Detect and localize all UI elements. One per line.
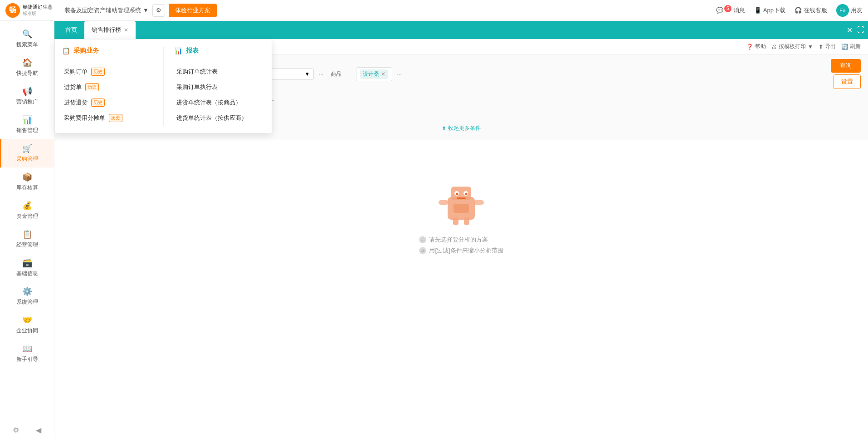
system-title-text: 装备及固定资产辅助管理系统 [64,6,141,15]
voucher-status-more-btn[interactable]: ··· [317,71,325,78]
avatar: Ea [836,4,849,17]
sidebar-item-marketing[interactable]: 📢 营销推广 [0,82,54,110]
dropdown-item-stock-stats-by-goods[interactable]: 进货单统计表（按商品） [175,95,265,110]
print-btn[interactable]: 🖨 按模板打印 ▼ [771,43,813,50]
dropdown-item-order-stats[interactable]: 采购订单统计表 [175,64,265,79]
logo-icon: 畅 [5,3,20,18]
username-label: 用友 [851,6,863,15]
marketing-icon: 📢 [22,86,32,96]
refresh-btn[interactable]: 🔄 刷新 [841,43,861,50]
setting-button[interactable]: 设置 [834,74,861,89]
help-label: 帮助 [755,43,766,50]
stock-in-history-badge: 历史 [85,83,99,91]
sidebar-item-label: 基础信息 [16,270,38,277]
dropdown-item-stock-stats-by-supplier[interactable]: 进货单统计表（按供应商） [175,110,265,126]
phone-icon: 📱 [754,7,761,14]
sidebar-item-finance[interactable]: 💰 资金管理 [0,196,54,225]
purchase-dropdown-menu: 📋 采购业务 采购订单 历史 进货单 历史 进货退货 历史 采购费用分摊单 历史… [54,39,272,133]
app-download-label: App下载 [763,6,785,15]
svg-rect-7 [453,217,458,225]
sidebar-item-operations[interactable]: 📋 经营管理 [0,225,54,253]
inventory-icon: 📦 [22,172,32,182]
purchase-order-label: 采购订单 [64,68,88,76]
home-icon: 🏠 [22,58,32,68]
sidebar-item-enterprise[interactable]: 🤝 企业协同 [0,311,54,339]
stock-stats-by-goods-label: 进货单统计表（按商品） [176,99,241,107]
dropdown-item-purchase-expense[interactable]: 采购费用分摊单 历史 [62,110,152,126]
sidebar-item-inventory[interactable]: 📦 库存核算 [0,168,54,196]
dropdown-item-order-exec[interactable]: 采购订单执行表 [175,79,265,95]
sidebar-item-system[interactable]: ⚙️ 系统管理 [0,282,54,311]
online-service-label: 在线客服 [804,6,827,15]
industry-btn[interactable]: 体验行业方案 [169,4,217,17]
print-icon: 🖨 [771,44,777,50]
sidebar-item-purchase[interactable]: 🛒 采购管理 [0,139,54,168]
purchase-business-icon: 📋 [62,47,70,54]
stock-in-label: 进货单 [64,83,82,91]
sidebar-collapse-btn[interactable]: ◀ [36,426,41,434]
sales-icon: 📊 [22,115,32,125]
goods-more-btn[interactable]: ··· [395,71,404,78]
dropdown-col2-title-text: 报表 [186,47,199,55]
dropdown-col-reports: 📊 报表 采购订单统计表 采购订单执行表 进货单统计表（按商品） 进货单统计表（… [175,47,265,126]
sidebar-item-label: 采购管理 [16,155,38,163]
empty-tips: ① 请先选择要分析的方案 ② 用[过滤]条件来缩小分析范围 [419,236,503,255]
empty-area: ① 请先选择要分析的方案 ② 用[过滤]条件来缩小分析范围 [54,140,868,291]
dropdown-divider [163,47,164,126]
purchase-expense-label: 采购费用分摊单 [64,114,105,122]
goods-tag-remove-btn[interactable]: ✕ [381,71,385,77]
user-avatar-btn[interactable]: Ea 用友 [836,4,863,17]
sidebar-item-basic-info[interactable]: 🗃️ 基础信息 [0,253,54,282]
sidebar-item-label: 销售管理 [16,127,38,134]
empty-svg [434,177,488,231]
sidebar-item-label: 企业协同 [16,327,38,335]
sidebar-item-search[interactable]: 🔍 搜索菜单 [0,25,54,53]
sidebar-item-guide[interactable]: 📖 新手引导 [0,339,54,368]
online-service-btn[interactable]: 🎧 在线客服 [795,6,827,15]
message-btn[interactable]: 💬 5 消息 [716,6,745,15]
print-label: 按模板打印 [779,43,806,50]
message-label: 消息 [733,6,745,15]
basic-info-icon: 🗃️ [22,258,32,268]
system-title-dropdown[interactable]: 装备及固定资产辅助管理系统 ▼ [64,6,149,15]
settings-button[interactable]: ⚙ [152,4,165,17]
tab-home[interactable]: 首页 [58,21,84,39]
sidebar-item-label: 快捷导航 [16,69,38,77]
tab-home-label: 首页 [65,26,77,34]
operations-icon: 📋 [22,229,32,239]
empty-illustration [434,177,488,231]
empty-tip-1: ① 请先选择要分析的方案 [419,236,503,244]
dropdown-col-purchase-business: 📋 采购业务 采购订单 历史 进货单 历史 进货退货 历史 采购费用分摊单 历史 [62,47,152,126]
tab-sales-rank[interactable]: 销售排行榜 ✕ [84,21,136,39]
sidebar-item-quick-nav[interactable]: 🏠 快捷导航 [0,53,54,82]
tab-close-icon[interactable]: ✕ [124,27,128,33]
dropdown-col2-title: 📊 报表 [175,47,265,59]
tab-close-window-btn[interactable]: ✕ [847,26,853,35]
app-download-btn[interactable]: 📱 App下载 [754,6,785,15]
purchase-expense-history-badge: 历史 [109,114,122,122]
export-btn[interactable]: ⬆ 导出 [819,43,836,50]
dropdown-item-stock-in[interactable]: 进货单 历史 [62,79,152,95]
header-right: 💬 5 消息 📱 App下载 🎧 在线客服 Ea 用友 [716,4,863,17]
dropdown-item-purchase-order[interactable]: 采购订单 历史 [62,64,152,79]
query-button[interactable]: 查询 [831,59,861,73]
help-icon: ❓ [746,44,753,50]
svg-point-4 [456,193,458,195]
help-btn[interactable]: ❓ 帮助 [746,43,766,50]
top-header: 畅 畅捷通好生意 标准版 装备及固定资产辅助管理系统 ▼ ⚙ 体验行业方案 💬 … [0,0,868,21]
dropdown-item-stock-return[interactable]: 进货退货 历史 [62,95,152,110]
svg-rect-6 [457,197,466,199]
svg-rect-11 [454,204,469,213]
system-icon: ⚙️ [22,286,32,296]
enterprise-icon: 🤝 [22,315,32,325]
sidebar-settings-btn[interactable]: ⚙ [13,426,19,434]
svg-point-5 [465,193,468,195]
refresh-icon: 🔄 [841,44,848,50]
order-exec-label: 采购订单执行表 [176,83,218,91]
sidebar-item-label: 库存核算 [16,184,38,192]
empty-tip-2: ② 用[过滤]条件来缩小分析范围 [419,247,503,255]
sidebar-item-sales[interactable]: 📊 销售管理 [0,110,54,139]
purchase-order-history-badge: 历史 [91,68,105,76]
tab-maximize-btn[interactable]: ⛶ [857,26,864,34]
refresh-label: 刷新 [850,43,861,50]
